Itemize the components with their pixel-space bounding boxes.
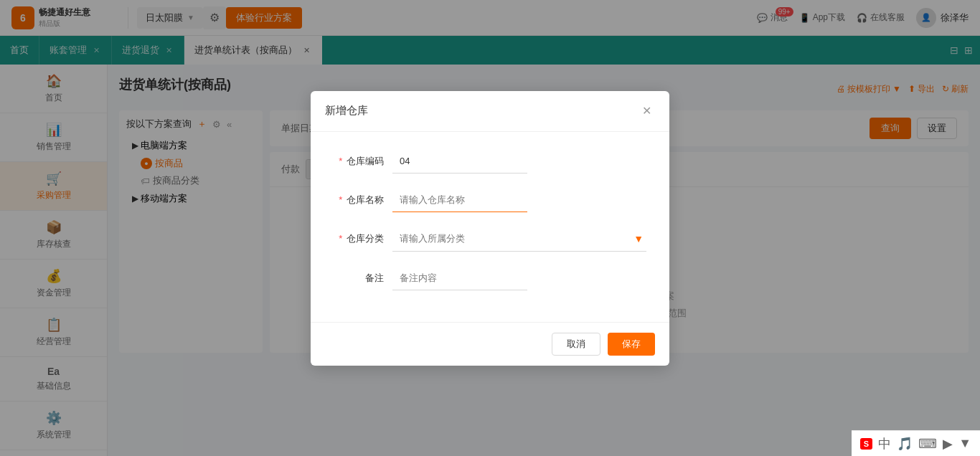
dialog-header: 新增仓库 ✕ [311, 91, 669, 132]
bottom-keyboard-btn[interactable]: ⌨ [918, 436, 937, 452]
save-button[interactable]: 保存 [608, 333, 655, 356]
warehouse-note-input-wrap [392, 266, 646, 290]
modal-overlay: 新增仓库 ✕ * 仓库编码 * 仓库名称 [0, 0, 980, 456]
warehouse-category-row: * 仓库分类 ▼ [334, 227, 646, 252]
warehouse-category-label: * 仓库分类 [334, 232, 384, 245]
category-dropdown-arrow: ▼ [633, 233, 646, 244]
warehouse-note-input[interactable] [392, 266, 527, 290]
dialog-title: 新增仓库 [325, 104, 368, 118]
dialog-body: * 仓库编码 * 仓库名称 * [311, 132, 669, 322]
new-warehouse-dialog: 新增仓库 ✕ * 仓库编码 * 仓库名称 [311, 91, 669, 366]
warehouse-code-row: * 仓库编码 [334, 149, 646, 174]
warehouse-note-label: 备注 [334, 272, 384, 285]
dialog-footer: 取消 保存 [311, 322, 669, 366]
warehouse-note-row: 备注 [334, 266, 646, 290]
bottom-play-btn[interactable]: ▶ [943, 436, 953, 452]
warehouse-name-row: * 仓库名称 [334, 188, 646, 212]
warehouse-name-label: * 仓库名称 [334, 194, 384, 206]
code-required-star: * [339, 156, 342, 166]
bottom-sound-btn[interactable]: 🎵 [897, 436, 913, 452]
warehouse-name-input[interactable] [392, 188, 527, 212]
cancel-button[interactable]: 取消 [552, 333, 600, 356]
warehouse-code-label: * 仓库编码 [334, 155, 384, 168]
name-required-star: * [339, 194, 342, 205]
warehouse-code-input[interactable] [392, 149, 527, 174]
warehouse-name-input-wrap [392, 188, 646, 212]
dialog-close-button[interactable]: ✕ [638, 103, 655, 120]
category-required-star: * [339, 233, 342, 244]
bottom-bar: S 中 🎵 ⌨ ▶ ▼ [852, 430, 980, 456]
warehouse-category-select-wrap[interactable]: ▼ [392, 227, 646, 252]
warehouse-code-input-wrap [392, 149, 646, 174]
bottom-logo: S [860, 438, 872, 450]
bottom-chinese-btn[interactable]: 中 [878, 435, 891, 452]
warehouse-category-input[interactable] [392, 227, 633, 251]
bottom-more-btn[interactable]: ▼ [958, 436, 971, 451]
